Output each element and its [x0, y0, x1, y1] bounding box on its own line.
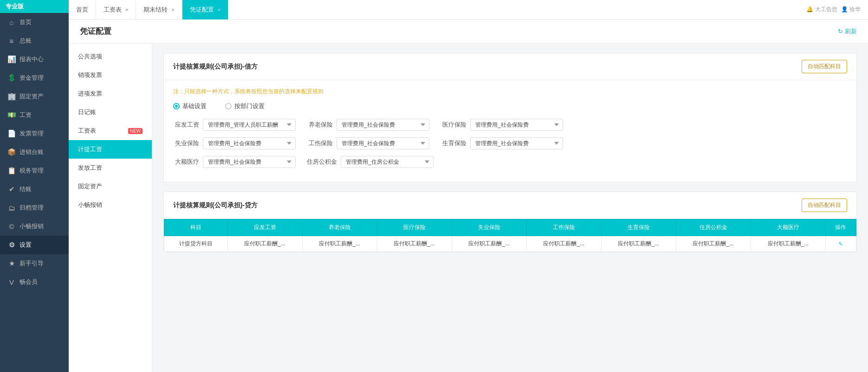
left-nav-expense[interactable]: 小畅报销: [69, 196, 152, 214]
left-nav-input-invoice[interactable]: 进项发票: [69, 84, 152, 103]
row-wage: 应付职工薪酬_...: [227, 236, 302, 252]
section-credit-title: 计提核算规则(公司承担)-贷方: [173, 201, 258, 210]
col-injury: 工伤保险: [526, 219, 601, 236]
row-housing-fund: 应付职工薪酬_...: [676, 236, 751, 252]
close-period-close-tab[interactable]: ×: [171, 7, 174, 13]
row-injury: 应付职工薪酬_...: [526, 236, 601, 252]
tab-voucher-config[interactable]: 凭证配置 ×: [182, 0, 228, 19]
radio-dept[interactable]: 按部门设置: [225, 102, 265, 110]
new-badge: NEW: [128, 128, 143, 134]
radio-group: 基础设置 按部门设置: [173, 102, 847, 110]
wage-label: 应发工资: [173, 121, 199, 129]
left-nav-fixed-assets[interactable]: 固定资产: [69, 177, 152, 196]
ledger-icon: ≡: [7, 37, 16, 45]
unemployment-select[interactable]: 管理费用_社会保险费: [203, 137, 296, 149]
row-pension: 应付职工薪酬_...: [302, 236, 377, 252]
notice-text: 注：只能选择一种方式，系统将按照您当前的选择来配置规则: [173, 88, 847, 96]
col-maternity: 生育保险: [601, 219, 676, 236]
row-unemployment: 应付职工薪酬_...: [452, 236, 526, 252]
row-major-medical: 应付职工薪酬_...: [751, 236, 825, 252]
tab-salary-table[interactable]: 工资表 ×: [96, 0, 136, 19]
archive-icon: 🗂: [7, 204, 16, 212]
left-nav-public[interactable]: 公共选项: [69, 47, 152, 66]
main-area: 首页 工资表 × 期末结转 × 凭证配置 × 🔔 大工告您 👤 徐华 凭证配置 …: [69, 0, 868, 372]
col-pension: 养老保险: [302, 219, 377, 236]
section-credit: 计提核算规则(公司承担)-贷方 自动匹配科目 科目 应发工资 养老保险 医疗保险: [163, 192, 857, 252]
sidebar-item-settings[interactable]: ⚙ 设置: [0, 236, 69, 254]
content-area: 凭证配置 ↻ 刷新 公共选项 销项发票 进项发票 日记账: [69, 19, 868, 372]
close-voucher-config-tab[interactable]: ×: [218, 7, 220, 13]
field-maternity: 生育保险 管理费用_社会保险费: [440, 137, 563, 149]
inventory-icon: 📦: [7, 148, 16, 156]
form-row-2: 失业保险 管理费用_社会保险费 工伤保险 管理费用_社会保险费: [173, 137, 847, 149]
row-edit-action[interactable]: ✎: [825, 236, 856, 252]
field-housing-fund: 住房公积金 管理费用_住房公积金: [307, 156, 434, 168]
col-wage: 应发工资: [227, 219, 302, 236]
radio-basic[interactable]: 基础设置: [173, 102, 207, 110]
field-wage: 应发工资 管理费用_管理人员职工薪酬: [173, 119, 296, 131]
sidebar-item-salary[interactable]: 💵 工资: [0, 106, 69, 124]
medical-select[interactable]: 管理费用_社会保险费: [470, 119, 563, 131]
auto-match-debit-button[interactable]: 自动匹配科目: [802, 60, 847, 73]
radio-basic-circle: [173, 103, 180, 109]
tab-bar: 首页 工资表 × 期末结转 × 凭证配置 × 🔔 大工告您 👤 徐华: [69, 0, 868, 19]
left-nav-journal[interactable]: 日记账: [69, 103, 152, 122]
section-debit-body: 注：只能选择一种方式，系统将按照您当前的选择来配置规则 基础设置 按部门设置: [164, 80, 856, 182]
section-debit: 计提核算规则(公司承担)-借方 自动匹配科目 注：只能选择一种方式，系统将按照您…: [163, 53, 857, 182]
housing-fund-label: 住房公积金: [307, 158, 337, 166]
row-medical: 应付职工薪酬_...: [377, 236, 452, 252]
tax-icon: 📋: [7, 167, 16, 175]
sidebar-item-reports[interactable]: 📊 报表中心: [0, 50, 69, 69]
left-nav-salary-table[interactable]: 工资表 NEW: [69, 122, 152, 140]
sidebar-item-inventory[interactable]: 📦 进销台账: [0, 143, 69, 161]
sidebar-item-tax[interactable]: 📋 税务管理: [0, 161, 69, 180]
unemployment-label: 失业保险: [173, 139, 199, 148]
housing-fund-select[interactable]: 管理费用_住房公积金: [341, 156, 434, 168]
left-nav-calc-salary[interactable]: 计提工资: [69, 140, 152, 159]
sidebar-item-ledger[interactable]: ≡ 总账: [0, 32, 69, 50]
table-row: 计提贷方科目 应付职工薪酬_... 应付职工薪酬_... 应付职工薪酬_... …: [164, 236, 856, 252]
col-housing-fund: 住房公积金: [676, 219, 751, 236]
form-row-3: 大额医疗 管理费用_社会保险费 住房公积金 管理费用_住房公积金: [173, 156, 847, 168]
maternity-label: 生育保险: [440, 139, 466, 148]
sidebar: 专业版 ⌂ 首页 ≡ 总账 📊 报表中心 💲 资金管理 🏢 固定资产 💵 工资 …: [0, 0, 69, 372]
row-subject: 计提贷方科目: [164, 236, 228, 252]
row-maternity: 应付职工薪酬_...: [601, 236, 676, 252]
close-salary-table-tab[interactable]: ×: [125, 7, 128, 13]
table-header-row: 科目 应发工资 养老保险 医疗保险 失业保险 工伤保险 生育保险 住房公积金 大…: [164, 219, 856, 236]
col-action: 操作: [825, 219, 856, 236]
sidebar-item-invoice[interactable]: 📄 发票管理: [0, 124, 69, 143]
injury-select[interactable]: 管理费用_社会保险费: [337, 137, 429, 149]
sidebar-item-home[interactable]: ⌂ 首页: [0, 13, 69, 32]
left-nav-pay-salary[interactable]: 发放工资: [69, 159, 152, 177]
major-medical-select[interactable]: 管理费用_社会保险费: [203, 156, 296, 168]
field-injury: 工伤保险 管理费用_社会保险费: [307, 137, 429, 149]
auto-match-credit-button[interactable]: 自动匹配科目: [802, 199, 847, 212]
col-medical: 医疗保险: [377, 219, 452, 236]
pension-select[interactable]: 管理费用_社会保险费: [337, 119, 429, 131]
credit-table: 科目 应发工资 养老保险 医疗保险 失业保险 工伤保险 生育保险 住房公积金 大…: [164, 219, 856, 252]
sidebar-item-vip[interactable]: V 畅会员: [0, 273, 69, 291]
xiaochang-icon: ©: [7, 223, 16, 231]
wage-select[interactable]: 管理费用_管理人员职工薪酬: [203, 119, 296, 131]
col-subject: 科目: [164, 219, 228, 236]
sidebar-item-funds[interactable]: 💲 资金管理: [0, 69, 69, 87]
section-credit-body: 科目 应发工资 养老保险 医疗保险 失业保险 工伤保险 生育保险 住房公积金 大…: [164, 219, 856, 252]
section-debit-title: 计提核算规则(公司承担)-借方: [173, 63, 258, 71]
reports-icon: 📊: [7, 55, 16, 64]
form-row-1: 应发工资 管理费用_管理人员职工薪酬 养老保险 管理费用_社会保险费: [173, 119, 847, 131]
sidebar-item-closing[interactable]: ✔ 结账: [0, 180, 69, 199]
section-credit-header: 计提核算规则(公司承担)-贷方 自动匹配科目: [164, 192, 856, 219]
sidebar-item-assets[interactable]: 🏢 固定资产: [0, 87, 69, 106]
sidebar-item-xiaochang[interactable]: © 小畅报销: [0, 217, 69, 236]
refresh-button[interactable]: ↻ 刷新: [838, 27, 857, 36]
right-panel: 计提核算规则(公司承担)-借方 自动匹配科目 注：只能选择一种方式，系统将按照您…: [152, 44, 868, 372]
sidebar-item-guide[interactable]: ★ 新手引导: [0, 254, 69, 273]
field-medical: 医疗保险 管理费用_社会保险费: [440, 119, 563, 131]
tab-home[interactable]: 首页: [69, 0, 96, 19]
tab-period-close[interactable]: 期末结转 ×: [136, 0, 182, 19]
maternity-select[interactable]: 管理费用_社会保险费: [470, 137, 563, 149]
field-major-medical: 大额医疗 管理费用_社会保险费: [173, 156, 296, 168]
sidebar-item-archive[interactable]: 🗂 归档管理: [0, 199, 69, 217]
left-nav-red-invoice[interactable]: 销项发票: [69, 66, 152, 84]
